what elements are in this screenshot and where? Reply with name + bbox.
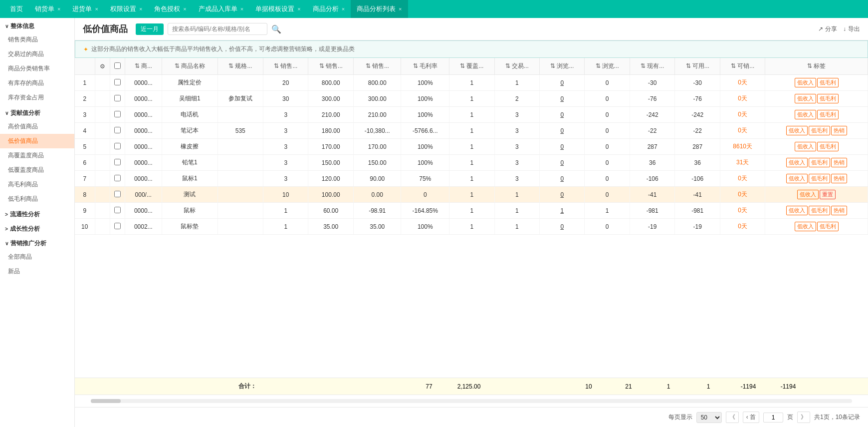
browse1-link[interactable]: 0 [560,95,564,102]
col-checkbox[interactable] [110,58,125,75]
nav-item[interactable]: 产成品入库单× [193,0,249,18]
sidebar-item[interactable]: 高覆盖度商品 [0,148,74,163]
col-sales_amount[interactable]: ⇅ 销售... [353,58,401,75]
row-checkbox[interactable] [110,187,125,203]
per-page-select[interactable]: 50 20 100 [696,412,722,423]
row-browse1[interactable]: 0 [539,155,584,171]
row-settings[interactable] [95,75,110,91]
close-icon[interactable]: × [297,6,300,12]
browse1-link[interactable]: 0 [560,159,564,166]
row-settings[interactable] [95,123,110,139]
row-browse1[interactable]: 1 [539,203,584,219]
row-browse1[interactable]: 0 [539,91,584,107]
row-select-checkbox[interactable] [114,79,121,85]
nav-item[interactable]: 单据模板设置× [249,0,306,18]
export-button[interactable]: ↓ 导出 [843,25,860,33]
col-spec[interactable]: ⇅ 规格... [217,58,263,75]
close-icon[interactable]: × [57,6,60,12]
row-settings[interactable] [95,139,110,155]
row-checkbox[interactable] [110,155,125,171]
row-checkbox[interactable] [110,91,125,107]
nav-item[interactable]: 商品分析列表× [351,0,408,18]
row-checkbox[interactable] [110,203,125,219]
scrollbar-thumb[interactable] [91,399,121,403]
sidebar-group-title[interactable]: ∨营销推广分析 [0,235,74,250]
browse1-link[interactable]: 0 [560,111,564,118]
close-icon[interactable]: × [399,6,402,12]
sidebar-item[interactable]: 库存资金占用 [0,90,74,105]
browse1-link[interactable]: 0 [560,175,564,182]
sidebar-item[interactable]: 销售类商品 [0,32,74,47]
row-select-checkbox[interactable] [114,111,121,117]
row-settings[interactable] [95,219,110,235]
col-coverage[interactable]: ⇅ 覆盖... [449,58,494,75]
row-checkbox[interactable] [110,75,125,91]
sidebar-item[interactable]: 商品分类销售率 [0,61,74,76]
close-icon[interactable]: × [342,6,345,12]
col-settings[interactable]: ⚙ [95,58,110,75]
row-select-checkbox[interactable] [114,159,121,165]
row-select-checkbox[interactable] [114,207,121,213]
sidebar-item[interactable]: 新品 [0,264,74,279]
col-gross_margin[interactable]: ⇅ 毛利率 [401,58,449,75]
nav-item[interactable]: 首页 [4,0,29,18]
prev-page-button[interactable]: ‹ 首 [743,412,759,423]
sidebar-item[interactable]: 低覆盖度商品 [0,163,74,177]
browse1-link[interactable]: 1 [560,207,564,214]
page-number-input[interactable] [763,413,783,423]
search-icon[interactable]: 🔍 [271,24,281,34]
row-checkbox[interactable] [110,123,125,139]
row-settings[interactable] [95,91,110,107]
row-browse1[interactable]: 0 [539,171,584,187]
col-browse1[interactable]: ⇅ 浏览... [539,58,584,75]
row-browse1[interactable]: 0 [539,139,584,155]
row-checkbox[interactable] [110,219,125,235]
select-all-checkbox[interactable] [114,62,121,69]
browse1-link[interactable]: 0 [560,143,564,150]
row-browse1[interactable]: 0 [539,123,584,139]
close-icon[interactable]: × [95,6,98,12]
col-sales_price[interactable]: ⇅ 销售... [308,58,353,75]
nav-item[interactable]: 权限设置× [104,0,148,18]
row-checkbox[interactable] [110,171,125,187]
col-trade_count[interactable]: ⇅ 交易... [494,58,539,75]
row-checkbox[interactable] [110,139,125,155]
share-button[interactable]: ↗ 分享 [818,25,837,33]
scrollbar-track[interactable] [91,399,852,403]
col-name[interactable]: ⇅ 商品名称 [162,58,217,75]
browse1-link[interactable]: 0 [560,191,564,198]
row-browse1[interactable]: 0 [539,187,584,203]
row-select-checkbox[interactable] [114,95,121,101]
row-select-checkbox[interactable] [114,143,121,149]
sidebar-item[interactable]: 高价值商品 [0,119,74,134]
row-browse1[interactable]: 0 [539,219,584,235]
search-input[interactable] [168,23,267,35]
sidebar-item[interactable]: 交易过的商品 [0,47,74,61]
sidebar-group-title[interactable]: >成长性分析 [0,221,74,235]
col-sales_qty[interactable]: ⇅ 销售... [263,58,308,75]
sidebar-item[interactable]: 全部商品 [0,250,74,264]
nav-item[interactable]: 进货单× [66,0,104,18]
sidebar-item[interactable]: 高毛利商品 [0,177,74,192]
row-settings[interactable] [95,107,110,123]
sidebar-item[interactable]: 有库存的商品 [0,76,74,90]
sidebar-group-title[interactable]: >流通性分析 [0,206,74,221]
close-icon[interactable]: × [183,6,186,12]
browse1-link[interactable]: 0 [560,79,564,86]
col-browse2[interactable]: ⇅ 浏览... [585,58,630,75]
row-checkbox[interactable] [110,107,125,123]
row-settings[interactable] [95,171,110,187]
row-browse1[interactable]: 0 [539,107,584,123]
col-code[interactable]: ⇅ 商... [125,58,162,75]
row-select-checkbox[interactable] [114,191,121,197]
first-page-button[interactable]: 《 [726,412,739,423]
row-select-checkbox[interactable] [114,223,121,229]
row-browse1[interactable]: 0 [539,75,584,91]
nav-item[interactable]: 商品分析× [307,0,351,18]
sidebar-item[interactable]: 低价值商品 [0,134,74,148]
nav-item[interactable]: 销货单× [29,0,66,18]
col-available[interactable]: ⇅ 可用... [675,58,720,75]
nav-item[interactable]: 角色授权× [148,0,192,18]
browse1-link[interactable]: 0 [560,223,564,230]
col-tags[interactable]: ⇅ 标签 [765,58,868,75]
